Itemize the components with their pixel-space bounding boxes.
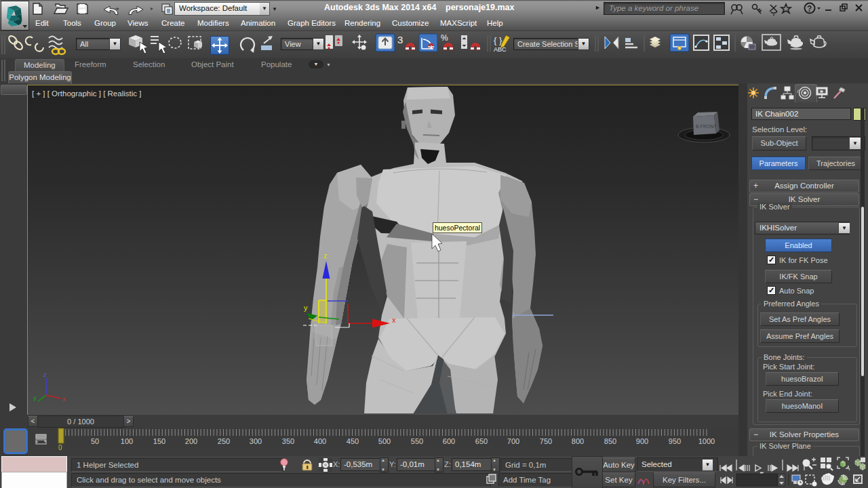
svg-text:700: 700 [507, 437, 519, 445]
svg-text:350: 350 [282, 437, 294, 445]
svg-text:50: 50 [91, 437, 99, 445]
svg-text:y: y [304, 304, 308, 312]
svg-text:450: 450 [347, 437, 359, 445]
svg-text:z: z [43, 371, 47, 378]
svg-text:1000: 1000 [698, 437, 715, 445]
svg-text:850: 850 [604, 437, 616, 445]
svg-text:z: z [323, 251, 328, 260]
svg-text:x: x [62, 396, 66, 403]
svg-text:400: 400 [314, 437, 326, 445]
svg-text:y: y [33, 394, 37, 401]
svg-text:500: 500 [378, 437, 391, 445]
svg-text:550: 550 [411, 437, 423, 445]
svg-text:600: 600 [443, 437, 455, 445]
svg-text:750: 750 [540, 437, 552, 445]
svg-text:100: 100 [121, 437, 133, 445]
svg-text:ABC: ABC [494, 46, 507, 53]
svg-text:{ }: { } [494, 35, 502, 45]
svg-text:800: 800 [572, 437, 584, 445]
svg-text:950: 950 [669, 437, 681, 445]
svg-text:900: 900 [636, 437, 648, 445]
svg-text:3: 3 [397, 34, 403, 45]
svg-text:?: ? [807, 4, 812, 14]
svg-text:x: x [392, 316, 396, 324]
svg-text:250: 250 [218, 437, 230, 445]
svg-text:%: % [441, 33, 448, 43]
svg-text:650: 650 [475, 437, 488, 445]
svg-text:300: 300 [250, 437, 262, 445]
svg-text:200: 200 [185, 437, 197, 445]
svg-text:150: 150 [153, 437, 165, 445]
svg-text:0: 0 [58, 444, 62, 451]
svg-text:B FRONT: B FRONT [696, 124, 717, 129]
